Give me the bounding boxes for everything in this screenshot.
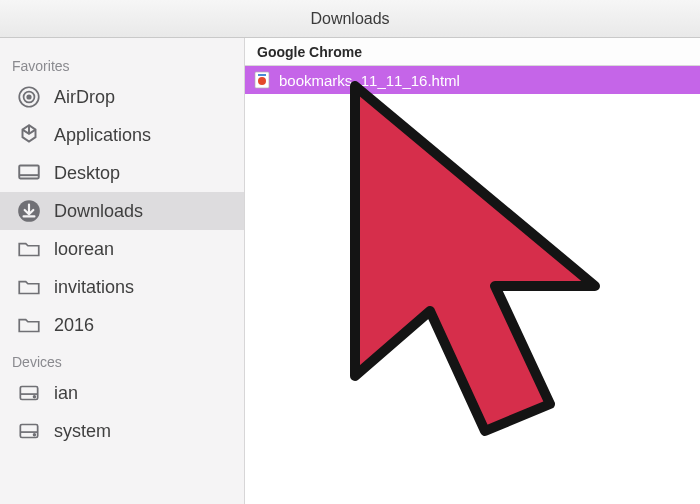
folder-icon [16,274,42,300]
downloads-icon [16,198,42,224]
html-file-icon [253,71,271,89]
sidebar: Favorites AirDrop Applications [0,38,245,504]
sidebar-item-system[interactable]: system [0,412,244,450]
desktop-icon [16,160,42,186]
titlebar[interactable]: Downloads [0,0,700,38]
disk-icon [16,418,42,444]
svg-point-10 [258,77,266,85]
airdrop-icon [16,84,42,110]
window-body: Favorites AirDrop Applications [0,38,700,504]
pointer-cursor-icon [335,76,665,456]
applications-icon [16,122,42,148]
svg-rect-11 [258,74,266,76]
sidebar-item-applications[interactable]: Applications [0,116,244,154]
sidebar-item-label: Desktop [54,163,120,184]
sidebar-item-invitations[interactable]: invitations [0,268,244,306]
svg-rect-3 [19,165,39,178]
window-title: Downloads [310,10,389,28]
file-name: bookmarks_11_11_16.html [279,72,460,89]
svg-point-2 [27,95,30,98]
sidebar-item-downloads[interactable]: Downloads [0,192,244,230]
sidebar-item-label: Downloads [54,201,143,222]
sidebar-item-2016[interactable]: 2016 [0,306,244,344]
sidebar-section-favorites-label: Favorites [0,48,244,78]
sidebar-item-label: loorean [54,239,114,260]
content-pane: Google Chrome bookmarks_11_11_16.html [245,38,700,504]
sidebar-item-loorean[interactable]: loorean [0,230,244,268]
finder-window: Downloads Favorites AirDrop Ap [0,0,700,504]
sidebar-item-label: invitations [54,277,134,298]
file-list[interactable]: bookmarks_11_11_16.html [245,66,700,504]
folder-icon [16,236,42,262]
sidebar-item-ian[interactable]: ian [0,374,244,412]
svg-point-6 [34,396,36,398]
disk-icon [16,380,42,406]
folder-icon [16,312,42,338]
sidebar-item-label: AirDrop [54,87,115,108]
column-header-label: Google Chrome [257,44,362,60]
sidebar-item-label: 2016 [54,315,94,336]
sidebar-item-desktop[interactable]: Desktop [0,154,244,192]
sidebar-item-label: ian [54,383,78,404]
sidebar-item-label: Applications [54,125,151,146]
sidebar-item-airdrop[interactable]: AirDrop [0,78,244,116]
column-header[interactable]: Google Chrome [245,38,700,66]
file-row[interactable]: bookmarks_11_11_16.html [245,66,700,94]
svg-point-8 [34,434,36,436]
sidebar-item-label: system [54,421,111,442]
sidebar-section-devices-label: Devices [0,344,244,374]
